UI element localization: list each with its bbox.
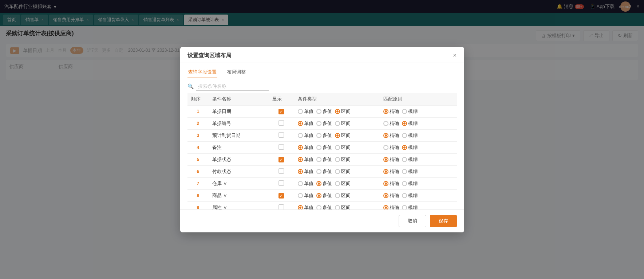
type-option-多值[interactable]: 多值 [316, 204, 332, 209]
radio-circle [316, 145, 321, 150]
radio-circle [383, 145, 388, 150]
match-option-精确[interactable]: 精确 [383, 144, 399, 151]
type-option-单值[interactable]: 单值 [298, 108, 313, 115]
search-input[interactable] [196, 82, 269, 91]
checkbox-unchecked[interactable] [278, 168, 284, 174]
type-option-多值[interactable]: 多值 [316, 108, 332, 115]
row-field-name: 单据编号 [209, 117, 268, 129]
table-row: 1单据日期✓单值多值区间精确模糊 [187, 105, 457, 117]
match-option-模糊[interactable]: 模糊 [402, 144, 418, 151]
row-show-checkbox[interactable] [269, 201, 294, 209]
type-option-区间[interactable]: 区间 [335, 204, 351, 209]
row-field-name: 属性 ∨ [209, 201, 268, 209]
type-option-区间[interactable]: 区间 [335, 144, 351, 151]
row-field-name: 单据状态 [209, 153, 268, 165]
radio-circle [335, 133, 340, 138]
row-order: 4 [187, 141, 209, 153]
radio-circle [335, 109, 340, 114]
type-option-单值[interactable]: 单值 [298, 120, 313, 127]
type-option-区间[interactable]: 区间 [335, 108, 351, 115]
type-option-单值[interactable]: 单值 [298, 156, 313, 163]
type-option-多值[interactable]: 多值 [316, 144, 332, 151]
match-option-模糊[interactable]: 模糊 [402, 192, 418, 199]
type-option-多值[interactable]: 多值 [316, 168, 332, 175]
cancel-button[interactable]: 取消 [399, 215, 426, 227]
type-option-单值[interactable]: 单值 [298, 192, 313, 199]
type-option-单值[interactable]: 单值 [298, 204, 313, 209]
radio-circle [383, 193, 388, 198]
match-option-精确[interactable]: 精确 [383, 132, 399, 139]
table-row: 8商品 ∨✓单值多值区间精确模糊 [187, 189, 457, 201]
checkbox-unchecked[interactable] [278, 120, 284, 126]
type-option-多值[interactable]: 多值 [316, 192, 332, 199]
match-radio-group: 精确模糊 [383, 120, 453, 127]
row-show-checkbox[interactable] [269, 117, 294, 129]
row-field-name: 付款状态 [209, 165, 268, 177]
th-type: 条件类型 [294, 93, 380, 106]
type-radio-group: 单值多值区间 [298, 180, 376, 187]
match-option-模糊[interactable]: 模糊 [402, 132, 418, 139]
match-option-精确[interactable]: 精确 [383, 180, 399, 187]
radio-circle [316, 157, 321, 162]
tab-layout-adjust[interactable]: 布局调整 [226, 67, 246, 78]
row-show-checkbox[interactable] [269, 141, 294, 153]
type-option-单值[interactable]: 单值 [298, 168, 313, 175]
th-name: 条件名称 [209, 93, 268, 106]
checkbox-unchecked[interactable] [278, 132, 284, 138]
type-radio-group: 单值多值区间 [298, 132, 376, 139]
checkbox-checked[interactable]: ✓ [278, 157, 284, 162]
radio-circle [383, 109, 388, 114]
row-show-checkbox[interactable] [269, 165, 294, 177]
row-show-checkbox[interactable]: ✓ [269, 105, 294, 117]
match-option-模糊[interactable]: 模糊 [402, 120, 418, 127]
type-option-多值[interactable]: 多值 [316, 156, 332, 163]
row-show-checkbox[interactable]: ✓ [269, 189, 294, 201]
row-show-checkbox[interactable]: ✓ [269, 153, 294, 165]
match-option-精确[interactable]: 精确 [383, 108, 399, 115]
match-option-精确[interactable]: 精确 [383, 192, 399, 199]
field-table-scroll[interactable]: 顺序 条件名称 显示 条件类型 匹配原则 1单据日期✓单值多值区间精确模糊2单据… [187, 93, 457, 209]
type-option-单值[interactable]: 单值 [298, 144, 313, 151]
tab-query-fields[interactable]: 查询字段设置 [187, 67, 217, 78]
type-option-区间[interactable]: 区间 [335, 180, 351, 187]
radio-circle [335, 181, 340, 186]
checkbox-checked[interactable]: ✓ [278, 109, 284, 114]
save-button[interactable]: 保存 [430, 215, 457, 227]
row-show-checkbox[interactable] [269, 129, 294, 141]
dialog-close-button[interactable]: × [453, 52, 457, 59]
type-option-多值[interactable]: 多值 [316, 120, 332, 127]
radio-circle [298, 157, 303, 162]
radio-circle [298, 133, 303, 138]
match-option-模糊[interactable]: 模糊 [402, 180, 418, 187]
type-option-多值[interactable]: 多值 [316, 180, 332, 187]
row-type-options: 单值多值区间 [294, 165, 380, 177]
type-option-区间[interactable]: 区间 [335, 168, 351, 175]
checkbox-checked[interactable]: ✓ [278, 193, 284, 199]
type-option-单值[interactable]: 单值 [298, 132, 313, 139]
match-option-模糊[interactable]: 模糊 [402, 168, 418, 175]
match-option-精确[interactable]: 精确 [383, 156, 399, 163]
type-option-区间[interactable]: 区间 [335, 192, 351, 199]
match-option-模糊[interactable]: 模糊 [402, 156, 418, 163]
checkbox-unchecked[interactable] [278, 204, 284, 209]
type-option-单值[interactable]: 单值 [298, 180, 313, 187]
type-option-区间[interactable]: 区间 [335, 132, 351, 139]
match-radio-group: 精确模糊 [383, 156, 453, 163]
match-option-精确[interactable]: 精确 [383, 168, 399, 175]
checkbox-unchecked[interactable] [278, 180, 284, 186]
match-option-模糊[interactable]: 模糊 [402, 204, 418, 209]
type-option-多值[interactable]: 多值 [316, 132, 332, 139]
match-radio-group: 精确模糊 [383, 168, 453, 175]
row-field-name: 单据日期 [209, 105, 268, 117]
row-type-options: 单值多值区间 [294, 105, 380, 117]
match-option-精确[interactable]: 精确 [383, 204, 399, 209]
type-option-区间[interactable]: 区间 [335, 156, 351, 163]
checkbox-unchecked[interactable] [278, 144, 284, 150]
match-option-模糊[interactable]: 模糊 [402, 108, 418, 115]
type-option-区间[interactable]: 区间 [335, 120, 351, 127]
match-option-精确[interactable]: 精确 [383, 120, 399, 127]
radio-circle [316, 193, 321, 198]
row-show-checkbox[interactable] [269, 177, 294, 189]
row-type-options: 单值多值区间 [294, 141, 380, 153]
radio-circle [316, 205, 321, 209]
